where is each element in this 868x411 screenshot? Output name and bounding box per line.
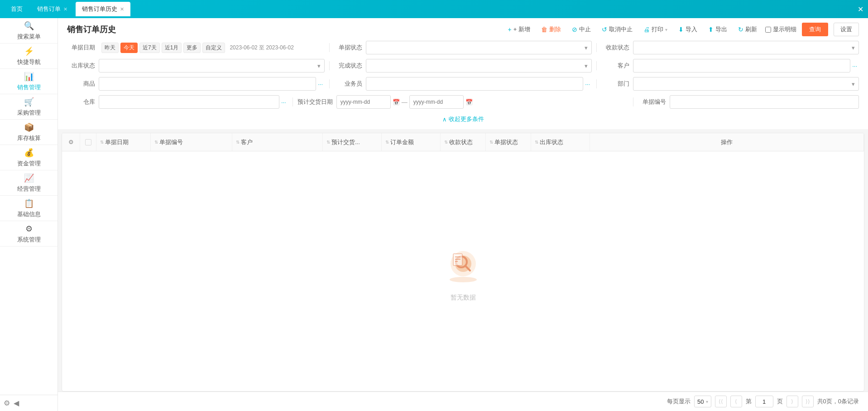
th-date[interactable]: ⇅ 单据日期 <box>96 133 151 151</box>
page-size-arrow: ▾ <box>706 399 708 404</box>
tab-sales-order-close[interactable]: ✕ <box>63 6 67 12</box>
tab-sales-order-history-close[interactable]: ✕ <box>120 6 124 12</box>
sidebar-item-inventory[interactable]: 📦 库存核算 <box>0 120 58 145</box>
date-btn-7days[interactable]: 近7天 <box>139 43 160 53</box>
sidebar-item-purchase-mgmt[interactable]: 🛒 采购管理 <box>0 94 58 120</box>
th-amount[interactable]: ⇅ 订单金额 <box>382 133 441 151</box>
select-all-checkbox[interactable] <box>85 139 91 145</box>
delivery-date-end[interactable] <box>409 95 464 109</box>
pay-status-label: 收款状态 <box>601 44 633 52</box>
product-ellipsis[interactable]: ··· <box>316 81 325 87</box>
th-order-no[interactable]: ⇅ 单据编号 <box>151 133 232 151</box>
page-number-input[interactable] <box>755 396 773 407</box>
page-size-select[interactable]: 50 ▾ <box>694 396 711 407</box>
toolbar: + + 新增 🗑 删除 ⊘ 中止 ↺ 取消中止 <box>505 23 859 36</box>
salesperson-ellipsis[interactable]: ··· <box>583 81 592 87</box>
th-order-status[interactable]: ⇅ 单据状态 <box>486 133 531 151</box>
main-layout: 🔍 搜索菜单 ⚡ 快捷导航 📊 销售管理 🛒 采购管理 📦 库存核算 💰 资金管… <box>0 18 868 411</box>
window-close-button[interactable]: ✕ <box>858 5 863 14</box>
tab-home[interactable]: 首页 <box>5 2 29 16</box>
first-page-button[interactable]: ⟨⟨ <box>715 396 727 407</box>
content-area: 销售订单历史 + + 新增 🗑 删除 ⊘ 中止 ↺ <box>58 18 868 411</box>
import-button[interactable]: ⬇ 导入 <box>676 24 700 35</box>
pagination-bar: 每页显示 50 ▾ ⟨⟨ ⟨ 第 页 ⟩ ⟩⟩ 共0页，0条记录 <box>58 392 868 411</box>
table-header: ⚙ ⇅ 单据日期 ⇅ 单据编号 ⇅ 客户 ⇅ <box>62 133 864 151</box>
collapse-filter-btn[interactable]: ∧ 收起更多条件 <box>67 113 859 127</box>
filter-stock-out-section: 出库状态 ▾ <box>67 59 325 73</box>
print-button[interactable]: 🖨 打印 ▾ <box>641 24 670 35</box>
prev-page-button[interactable]: ⟨ <box>730 396 742 407</box>
sidebar-item-sales-mgmt-label: 销售管理 <box>17 83 41 92</box>
next-page-button[interactable]: ⟩ <box>786 396 798 407</box>
th-stock-status[interactable]: ⇅ 出库状态 <box>531 133 590 151</box>
date-btn-yesterday[interactable]: 昨天 <box>101 43 119 53</box>
sidebar-item-quick-nav[interactable]: ⚡ 快捷导航 <box>0 44 58 69</box>
sidebar-item-basic-info[interactable]: 📋 基础信息 <box>0 196 58 221</box>
sidebar-item-sales-mgmt[interactable]: 📊 销售管理 <box>0 69 58 94</box>
delivery-date-start[interactable] <box>336 95 391 109</box>
tab-home-label: 首页 <box>11 5 23 13</box>
stock-status-sort-icon: ⇅ <box>535 140 538 145</box>
salesperson-input[interactable] <box>366 77 583 91</box>
refresh-button[interactable]: ↻ 刷新 <box>735 24 760 35</box>
sidebar-item-basic-info-label: 基础信息 <box>17 210 41 218</box>
empty-illustration <box>441 241 486 286</box>
calendar-start-icon[interactable]: 📅 <box>393 99 400 106</box>
order-status-select[interactable]: ▾ <box>366 41 592 54</box>
th-pay-status-label: 收款状态 <box>449 138 473 146</box>
th-pay-status[interactable]: ⇅ 收款状态 <box>441 133 486 151</box>
filter-row-3: 商品 ··· 业务员 ··· 部门 ▾ <box>67 77 859 91</box>
th-operate-label: 操作 <box>721 138 733 146</box>
th-delivery[interactable]: ⇅ 预计交货... <box>323 133 382 151</box>
dept-select[interactable]: ▾ <box>633 77 859 91</box>
complete-select[interactable]: ▾ <box>366 59 592 73</box>
pay-status-select[interactable]: ▾ <box>633 41 859 54</box>
operation-icon: 📈 <box>24 173 34 183</box>
tab-sales-order-history[interactable]: 销售订单历史 ✕ <box>76 2 130 16</box>
date-btn-1month[interactable]: 近1月 <box>162 43 182 53</box>
stock-out-select[interactable]: ▾ <box>99 59 325 73</box>
cancel-stop-button[interactable]: ↺ 取消中止 <box>599 24 635 35</box>
calendar-end-icon[interactable]: 📅 <box>465 99 473 106</box>
product-input[interactable] <box>99 77 316 91</box>
export-button[interactable]: ⬆ 导出 <box>705 24 730 35</box>
show-detail-checkbox[interactable] <box>765 27 771 33</box>
delete-button[interactable]: 🗑 删除 <box>538 24 564 35</box>
customer-ellipsis[interactable]: ··· <box>850 63 859 69</box>
customer-input[interactable] <box>633 59 850 73</box>
sidebar-item-finance[interactable]: 💰 资金管理 <box>0 145 58 170</box>
date-btn-more[interactable]: 更多 <box>183 43 201 53</box>
table-settings-icon[interactable]: ⚙ <box>68 139 74 145</box>
order-no-input[interactable] <box>670 95 859 109</box>
setting-button[interactable]: 设置 <box>834 23 859 36</box>
sidebar-item-sys-mgmt[interactable]: ⚙ 系统管理 <box>0 221 58 247</box>
th-checkbox[interactable] <box>80 133 96 151</box>
date-range-text: 2023-06-02 至 2023-06-02 <box>230 44 293 52</box>
th-customer[interactable]: ⇅ 客户 <box>232 133 323 151</box>
sidebar-item-operation[interactable]: 📈 经营管理 <box>0 170 58 196</box>
last-page-button[interactable]: ⟩⟩ <box>802 396 814 407</box>
export-label: 导出 <box>715 25 727 34</box>
tab-sales-order[interactable]: 销售订单 ✕ <box>31 2 74 16</box>
empty-state: 暂无数据 <box>62 151 864 391</box>
date-btn-today[interactable]: 今天 <box>120 43 138 53</box>
show-detail-checkbox-label[interactable]: 显示明细 <box>765 25 796 34</box>
top-bar: 首页 销售订单 ✕ 销售订单历史 ✕ ✕ <box>0 0 868 18</box>
product-label: 商品 <box>67 80 99 88</box>
th-settings[interactable]: ⚙ <box>62 133 80 151</box>
query-button[interactable]: 查询 <box>802 23 828 36</box>
warehouse-input[interactable] <box>99 95 279 109</box>
settings-bottom-icon[interactable]: ⚙ <box>4 399 10 407</box>
new-button[interactable]: + + 新增 <box>505 24 533 35</box>
stop-button[interactable]: ⊘ 中止 <box>569 24 594 35</box>
filter-date-section: 单据日期 昨天 今天 近7天 近1月 更多 自定义 2023-06-02 至 2… <box>67 43 325 53</box>
sidebar-item-purchase-mgmt-label: 采购管理 <box>17 109 41 117</box>
stock-out-arrow: ▾ <box>317 63 321 69</box>
svg-point-0 <box>450 277 477 282</box>
pay-status-arrow: ▾ <box>852 44 855 51</box>
filter-sep-4 <box>596 61 597 70</box>
warehouse-ellipsis[interactable]: ··· <box>279 99 288 106</box>
collapse-sidebar-icon[interactable]: ◀ <box>14 399 19 407</box>
sidebar-item-search-menu[interactable]: 🔍 搜索菜单 <box>0 18 58 44</box>
date-btn-custom[interactable]: 自定义 <box>202 43 225 53</box>
